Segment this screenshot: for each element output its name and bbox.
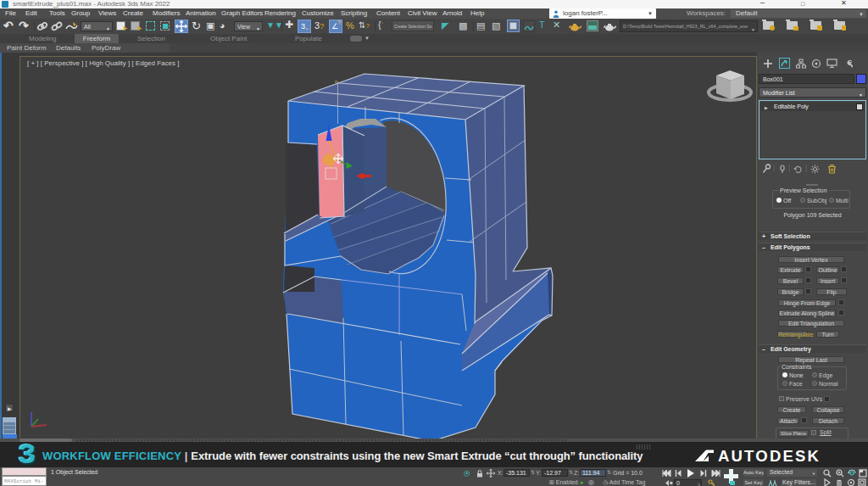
- svg-text:AUTODESK: AUTODESK: [718, 448, 821, 463]
